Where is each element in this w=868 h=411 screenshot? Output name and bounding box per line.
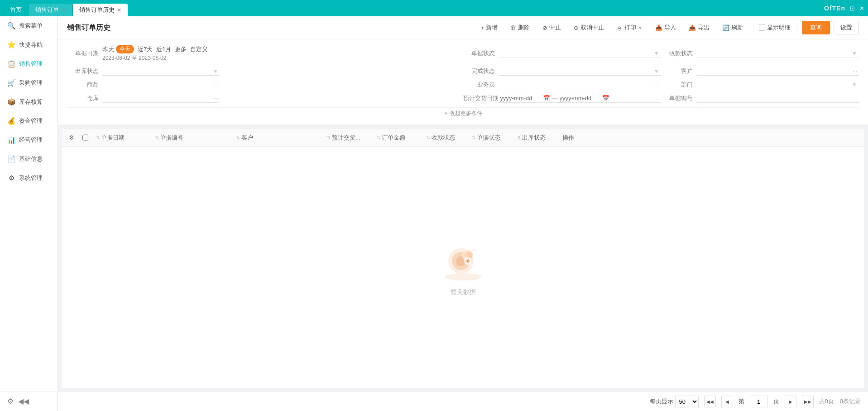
import-icon: 📥 xyxy=(655,24,662,31)
collapse-more-btn[interactable]: ∧ 收起更多条件 xyxy=(67,107,859,119)
total-info: 共0页，0条记录 xyxy=(819,397,861,406)
calendar-to-icon[interactable]: 📅 xyxy=(602,95,609,102)
page-number-input[interactable] xyxy=(750,396,768,407)
export-icon: 📤 xyxy=(689,24,696,31)
sidebar-item-basic-info-label: 基础信息 xyxy=(19,155,43,163)
date-label: 单据日期 xyxy=(67,49,99,58)
th-settings[interactable]: ⚙ xyxy=(66,134,80,141)
th-number[interactable]: ⇅ 单据编号 xyxy=(152,134,234,142)
window-restore-btn[interactable]: ⊡ xyxy=(850,5,855,12)
sidebar-item-search-menu[interactable]: 🔍 搜索菜单 xyxy=(0,16,58,35)
settings-gear-icon[interactable]: ⚙ xyxy=(69,134,74,141)
tab-sales-order-close[interactable]: ✕ xyxy=(62,7,66,13)
sidebar-item-quick-nav[interactable]: ⭐ 快捷导航 xyxy=(0,35,58,54)
date-filter-options: 昨天 今天 近7天 近1月 更多 自定义 xyxy=(102,45,208,53)
cancel-stop-button[interactable]: ⊙ 取消中止 xyxy=(569,22,609,34)
date-opt-today[interactable]: 今天 xyxy=(116,45,134,53)
date-opt-7days[interactable]: 近7天 xyxy=(138,45,153,53)
date-range-display: 2023-06-02 至 2023-06-02 xyxy=(102,54,208,62)
th-action: 操作 xyxy=(560,134,860,142)
status-dropdown-icon[interactable]: ▼ xyxy=(654,50,659,57)
sidebar-item-sales-mgmt[interactable]: 📋 销售管理 xyxy=(0,54,58,73)
table-area: ⚙ ⇅ 单据日期 ⇅ 单据编号 ⇅ 客户 ⇅ xyxy=(62,129,864,388)
refresh-button[interactable]: 🔄 刷新 xyxy=(718,22,748,34)
query-button[interactable]: 查询 xyxy=(802,21,830,34)
product-input[interactable] xyxy=(104,81,212,88)
tab-sales-order-history[interactable]: 销售订单历史 ✕ xyxy=(73,4,128,16)
outbound-dropdown-icon[interactable]: ▼ xyxy=(213,68,218,74)
product-more-icon[interactable]: ··· xyxy=(214,82,218,88)
sidebar-settings-icon[interactable]: ⚙ xyxy=(7,397,14,406)
dept-dropdown-icon[interactable]: ▼ xyxy=(852,82,857,88)
payment-dropdown-icon[interactable]: ▼ xyxy=(852,50,857,57)
toolbar-divider2 xyxy=(796,23,796,32)
date-opt-1month[interactable]: 近1月 xyxy=(156,45,171,53)
new-button[interactable]: + 新增 xyxy=(476,22,503,34)
sidebar-item-finance-mgmt[interactable]: 💰 资金管理 xyxy=(0,111,58,131)
th-amount[interactable]: ⇅ 订单金额 xyxy=(374,134,424,142)
tab-list: 首页 销售订单 ✕ 销售订单历史 ✕ xyxy=(4,0,129,16)
last-page-btn[interactable]: ▶▶ xyxy=(802,396,814,407)
warehouse-input[interactable] xyxy=(104,95,212,102)
order-number-input[interactable] xyxy=(698,95,857,102)
th-checkbox[interactable] xyxy=(80,135,93,140)
outbound-input[interactable] xyxy=(104,68,211,74)
th-customer-sort-icon: ⇅ xyxy=(236,135,240,140)
new-label: 新增 xyxy=(486,24,498,32)
warehouse-more-icon[interactable]: ··· xyxy=(214,95,218,102)
import-button[interactable]: 📥 导入 xyxy=(651,22,681,34)
purchase-mgmt-icon: 🛒 xyxy=(7,79,15,87)
toolbar-divider xyxy=(753,23,753,32)
delivery-date-to-input[interactable] xyxy=(560,95,600,102)
prev-page-btn[interactable]: ◀ xyxy=(721,396,733,407)
window-close-btn[interactable]: ✕ xyxy=(859,5,864,12)
th-status[interactable]: ⇅ 单据状态 xyxy=(469,134,514,142)
th-date[interactable]: ⇅ 单据日期 xyxy=(93,134,152,142)
filter-product: 商品 ··· xyxy=(67,80,463,89)
sidebar-collapse-icon[interactable]: ◀◀ xyxy=(18,397,29,406)
th-delivery[interactable]: ⇅ 预计交货... xyxy=(324,134,374,142)
sidebar-item-basic-info[interactable]: 📄 基础信息 xyxy=(0,150,58,169)
delivery-date-from-input[interactable] xyxy=(500,95,541,102)
empty-illustration xyxy=(436,238,490,284)
th-outbound[interactable]: ⇅ 出库状态 xyxy=(514,134,560,142)
th-customer[interactable]: ⇅ 客户 xyxy=(234,134,324,142)
filter-customer: 客户 ··· xyxy=(661,67,859,76)
date-opt-yesterday[interactable]: 昨天 xyxy=(102,45,114,53)
display-toggle-label[interactable]: 显示明细 xyxy=(759,24,791,32)
complete-dropdown-icon[interactable]: ▼ xyxy=(654,68,659,74)
sidebar-item-operations-mgmt[interactable]: 📊 经营管理 xyxy=(0,131,58,150)
perpage-select[interactable]: 10 20 50 100 xyxy=(675,396,699,407)
print-button[interactable]: 🖨 打印 ▼ xyxy=(612,22,647,34)
next-page-btn[interactable]: ▶ xyxy=(785,396,796,407)
dept-input[interactable] xyxy=(698,81,850,88)
select-all-checkbox[interactable] xyxy=(82,135,88,140)
stop-button[interactable]: ⊘ 中止 xyxy=(538,22,566,34)
first-page-btn[interactable]: ◀◀ xyxy=(704,396,716,407)
tab-home[interactable]: 首页 xyxy=(4,4,28,16)
sidebar-item-purchase-mgmt[interactable]: 🛒 采购管理 xyxy=(0,73,58,92)
print-dropdown-icon: ▼ xyxy=(638,25,643,30)
settings-button[interactable]: 设置 xyxy=(834,21,859,34)
stop-label: 中止 xyxy=(549,24,561,32)
th-payment[interactable]: ⇅ 收款状态 xyxy=(424,134,469,142)
salesperson-more-icon[interactable]: ··· xyxy=(655,82,659,88)
status-input[interactable] xyxy=(500,50,652,57)
complete-input[interactable] xyxy=(500,68,652,74)
export-button[interactable]: 📤 导出 xyxy=(684,22,714,34)
sidebar-item-system-mgmt[interactable]: ⚙ 系统管理 xyxy=(0,169,58,188)
display-toggle-checkbox[interactable] xyxy=(759,24,765,31)
tab-sales-order-history-close[interactable]: ✕ xyxy=(117,7,121,13)
filter-area: 单据日期 昨天 今天 近7天 近1月 更多 自定义 2023-06-02 至 2… xyxy=(58,39,868,125)
date-opt-custom[interactable]: 自定义 xyxy=(190,45,208,53)
calendar-from-icon[interactable]: 📅 xyxy=(543,95,550,102)
salesperson-input[interactable] xyxy=(500,81,653,88)
filter-order-number: 单据编号 xyxy=(661,94,859,103)
customer-input[interactable] xyxy=(698,68,851,74)
customer-more-icon[interactable]: ··· xyxy=(853,68,857,74)
tab-sales-order[interactable]: 销售订单 ✕ xyxy=(29,4,72,16)
sidebar-item-inventory-calc[interactable]: 📦 库存核算 xyxy=(0,92,58,111)
delete-button[interactable]: 🗑 删除 xyxy=(506,22,534,34)
date-opt-more[interactable]: 更多 xyxy=(175,45,187,53)
payment-input[interactable] xyxy=(698,50,850,57)
